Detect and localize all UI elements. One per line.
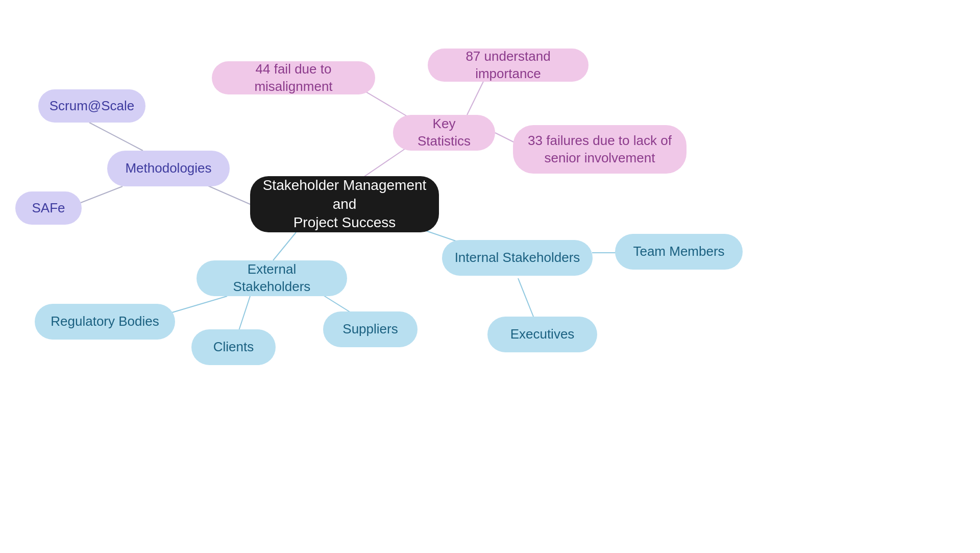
understand-node: 87 understand importance [428, 49, 589, 82]
team-members-node: Team Members [615, 234, 743, 270]
internal-stakeholders-node: Internal Stakeholders [442, 240, 593, 276]
svg-line-1 [89, 123, 143, 151]
svg-line-7 [273, 232, 296, 260]
regulatory-bodies-node: Regulatory Bodies [35, 304, 175, 340]
misalignment-node: 44 fail due to misalignment [212, 61, 375, 94]
key-statistics-node: Key Statistics [393, 115, 495, 151]
external-stakeholders-node: External Stakeholders [197, 260, 347, 296]
suppliers-node: Suppliers [323, 311, 418, 347]
executives-node: Executives [487, 317, 597, 352]
svg-line-9 [238, 296, 250, 332]
safe-node: SAFe [15, 191, 82, 225]
svg-line-6 [495, 133, 516, 143]
senior-node: 33 failures due to lack of senior involv… [513, 125, 687, 174]
methodologies-node: Methodologies [107, 151, 230, 186]
clients-node: Clients [191, 329, 276, 365]
scrum-node: Scrum@Scale [38, 89, 145, 123]
center-node: Stakeholder Management and Project Succe… [250, 176, 439, 232]
svg-line-13 [518, 278, 534, 319]
